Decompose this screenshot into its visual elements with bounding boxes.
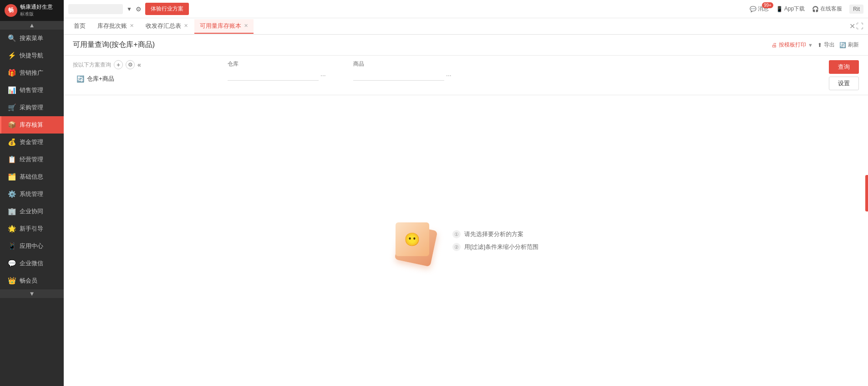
enterprise-icon: 🏢: [8, 207, 16, 216]
sidebar-header: 畅 畅康通好生意 标准版: [0, 0, 64, 21]
operations-icon: 📋: [8, 155, 16, 164]
sidebar-item-search[interactable]: 🔍 搜索菜单: [0, 30, 64, 47]
tab-summary-close[interactable]: ✕: [184, 23, 188, 29]
sidebar-item-label: 销售管理: [20, 86, 43, 94]
topbar-dropdown-button[interactable]: ▼: [127, 6, 132, 12]
message-count-badge: 99+: [762, 2, 773, 8]
sidebar-item-wechat[interactable]: 💬 企业微信: [0, 255, 64, 272]
industry-btn[interactable]: 体验行业方案: [145, 3, 189, 15]
sidebar-item-appcenter[interactable]: 📱 应用中心: [0, 237, 64, 255]
sidebar-item-shortcut[interactable]: ⚡ 快捷导航: [0, 47, 64, 64]
system-icon: ⚙️: [8, 190, 16, 198]
phone-icon: 📱: [776, 6, 783, 12]
tab-batch[interactable]: 库存批次账 ✕: [92, 19, 139, 34]
member-icon: 👑: [8, 277, 16, 285]
sidebar-scroll-down[interactable]: ▼: [0, 289, 64, 298]
warehouse-dots-button[interactable]: ···: [320, 72, 326, 79]
tab-available-close[interactable]: ✕: [244, 23, 248, 29]
sidebar-item-label: 库存核算: [20, 121, 43, 129]
sidebar-item-label: 系统管理: [20, 190, 43, 198]
sidebar-item-sales[interactable]: 📊 销售管理: [0, 82, 64, 99]
scheme-label: 仓库+商品: [87, 75, 114, 83]
warehouse-input-row: ···: [228, 70, 346, 81]
sidebar-item-label: 采购管理: [20, 103, 43, 112]
empty-text: ① 请先选择要分析的方案 ② 用[过滤]条件来缩小分析范围: [452, 230, 538, 251]
tab-summary-label: 收发存汇总表: [146, 22, 181, 30]
product-field-label: 商品: [353, 60, 472, 68]
filter-left: 按以下方案查询 + ⚙ « 🔄 仓库+商品: [73, 60, 218, 85]
sidebar-item-label: 搜索菜单: [20, 34, 43, 42]
sidebar-item-marketing[interactable]: 🎁 营销推广: [0, 64, 64, 82]
sidebar-item-guide[interactable]: 🌟 新手引导: [0, 220, 64, 237]
settings-button[interactable]: 设置: [829, 77, 859, 90]
sidebar-item-inventory[interactable]: 📦 库存核算: [0, 116, 64, 134]
sidebar-item-operations[interactable]: 📋 经营管理: [0, 151, 64, 168]
search-input[interactable]: [68, 4, 123, 14]
export-button[interactable]: ⬆ 导出: [817, 41, 835, 49]
sidebar-item-enterprise[interactable]: 🏢 企业协同: [0, 203, 64, 220]
headset-icon: 🎧: [812, 6, 819, 12]
export-label: 导出: [824, 41, 835, 49]
sidebar-item-purchase[interactable]: 🛒 采购管理: [0, 99, 64, 116]
sidebar-item-member[interactable]: 👑 畅会员: [0, 272, 64, 289]
search-icon: 🔍: [8, 34, 16, 42]
warehouse-filter-field: 仓库 ···: [228, 60, 346, 81]
topbar-gear-button[interactable]: ⚙: [136, 5, 142, 13]
empty-illustration: 😶: [393, 218, 439, 263]
basic-icon: 🗂️: [8, 173, 16, 181]
product-input[interactable]: [353, 70, 444, 81]
app-icon: 📱: [8, 242, 16, 250]
online-service-button[interactable]: 🎧 在线客服: [812, 5, 842, 13]
app-download-button[interactable]: 📱 App下载: [776, 5, 805, 13]
sidebar-item-label: 新手引导: [20, 225, 43, 233]
product-input-row: ···: [353, 70, 472, 81]
tab-home[interactable]: 首页: [68, 19, 91, 34]
filter-setting-button[interactable]: ⚙: [126, 60, 135, 69]
tab-available[interactable]: 可用量库存账本 ✕: [194, 19, 254, 34]
user-profile-button[interactable]: Rit: [849, 5, 863, 14]
product-dots-button[interactable]: ···: [446, 72, 452, 79]
warehouse-input[interactable]: [228, 70, 319, 81]
filter-area: 按以下方案查询 + ⚙ « 🔄 仓库+商品 仓库 ···: [64, 56, 868, 95]
print-dropdown-icon[interactable]: ▼: [808, 42, 813, 48]
chart-icon: 📊: [8, 86, 16, 94]
page-title: 可用量查询(按仓库+商品): [73, 40, 155, 50]
sidebar: 畅 畅康通好生意 标准版 ▲ 🔍 搜索菜单 ⚡ 快捷导航 🎁 营销推广 📊 销售…: [0, 0, 64, 386]
message-button[interactable]: 💬 消息 99+: [750, 5, 769, 13]
main-area: ▼ ⚙ 体验行业方案 💬 消息 99+ 📱 App下载 🎧 在线客服 Rit 首…: [64, 0, 868, 386]
sidebar-item-label: 经营管理: [20, 155, 43, 164]
refresh-label: 刷新: [848, 41, 859, 49]
sidebar-item-label: 企业微信: [20, 259, 43, 268]
sidebar-scroll-up[interactable]: ▲: [0, 21, 64, 30]
tab-batch-close[interactable]: ✕: [130, 23, 134, 29]
warehouse-field-label: 仓库: [228, 60, 346, 68]
tab-available-label: 可用量库存账本: [200, 22, 241, 30]
message-icon: 💬: [750, 6, 756, 12]
topbar: ▼ ⚙ 体验行业方案 💬 消息 99+ 📱 App下载 🎧 在线客服 Rit: [64, 0, 868, 18]
refresh-icon: 🔄: [839, 42, 846, 48]
export-icon: ⬆: [817, 42, 822, 48]
sidebar-item-finance[interactable]: 💰 资金管理: [0, 134, 64, 151]
scheme-icon: 🔄: [76, 75, 84, 82]
sidebar-item-label: 营销推广: [20, 69, 43, 77]
logo-icon: 畅: [5, 4, 17, 17]
filter-add-button[interactable]: +: [114, 60, 123, 69]
close-all-tabs-button[interactable]: ✕: [849, 22, 855, 31]
tab-summary[interactable]: 收发存汇总表 ✕: [140, 19, 193, 34]
right-scroll-indicator: [865, 175, 868, 211]
filter-collapse-button[interactable]: «: [137, 61, 141, 68]
query-button[interactable]: 查询: [829, 60, 859, 74]
sidebar-item-label: 快捷导航: [20, 51, 43, 60]
brand-name: 畅康通好生意: [20, 4, 53, 11]
shortcut-icon: ⚡: [8, 51, 16, 60]
sidebar-item-system[interactable]: ⚙️ 系统管理: [0, 185, 64, 203]
filter-scheme-item[interactable]: 🔄 仓库+商品: [73, 73, 218, 85]
sidebar-item-basic[interactable]: 🗂️ 基础信息: [0, 168, 64, 185]
step1-circle: ①: [452, 230, 461, 238]
expand-tabs-button[interactable]: ⛶: [856, 22, 863, 31]
print-button[interactable]: 🖨 按模板打印 ▼: [772, 41, 813, 49]
topbar-right: 💬 消息 99+ 📱 App下载 🎧 在线客服 Rit: [750, 5, 863, 14]
refresh-button[interactable]: 🔄 刷新: [839, 41, 859, 49]
sidebar-item-label: 资金管理: [20, 138, 43, 146]
step2-text: 用[过滤]条件来缩小分析范围: [464, 243, 538, 251]
